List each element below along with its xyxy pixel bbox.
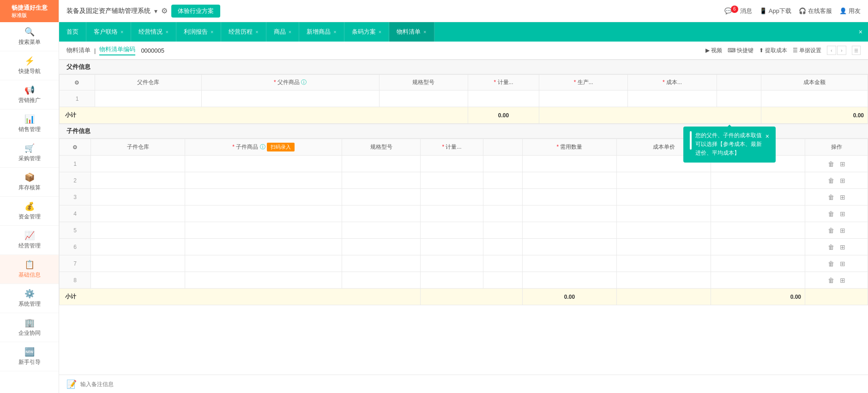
child-row-4-copy-btn[interactable]: ⊞ xyxy=(839,209,846,218)
child-row-2-product[interactable] xyxy=(185,172,342,189)
child-row-5-delete-btn[interactable]: 🗑 xyxy=(827,226,835,235)
tab-barcode-close[interactable]: × xyxy=(379,29,381,35)
child-row-6-more[interactable] xyxy=(483,239,523,255)
child-row-5-spec[interactable] xyxy=(342,222,421,239)
sidebar-item-marketing[interactable]: 📢 营销推广 xyxy=(0,80,59,109)
app-download-item[interactable]: 📱 App下载 xyxy=(760,7,791,15)
breadcrumb-item-2[interactable]: 物料清单编码 xyxy=(99,45,135,55)
child-row-2-copy-btn[interactable]: ⊞ xyxy=(839,176,846,185)
child-row-4-warehouse[interactable] xyxy=(91,206,185,222)
breadcrumb-item-1[interactable]: 物料清单 xyxy=(66,46,90,54)
parent-row-1-unit[interactable] xyxy=(468,91,539,107)
child-row-2-spec[interactable] xyxy=(342,172,421,189)
child-row-4-amount[interactable] xyxy=(711,206,805,222)
parent-row-1-amount[interactable] xyxy=(761,91,868,107)
parent-row-1-more[interactable] xyxy=(717,91,761,107)
child-row-3-more[interactable] xyxy=(483,189,523,206)
child-row-4-unitprice[interactable] xyxy=(617,206,711,222)
online-service-item[interactable]: 🎧 在线客服 xyxy=(799,7,832,15)
child-row-1-unit[interactable] xyxy=(421,156,483,172)
tab-add-product-close[interactable]: × xyxy=(333,29,336,35)
header-dropdown-icon[interactable]: ▾ xyxy=(154,7,157,15)
child-row-1-spec[interactable] xyxy=(342,156,421,172)
child-row-7-unitprice[interactable] xyxy=(617,255,711,272)
child-row-5-product[interactable] xyxy=(185,222,342,239)
child-row-8-more[interactable] xyxy=(483,272,523,289)
child-row-3-product[interactable] xyxy=(185,189,342,206)
child-row-4-qty[interactable] xyxy=(523,206,617,222)
child-row-6-spec[interactable] xyxy=(342,239,421,255)
tab-bom[interactable]: 物料清单 × xyxy=(389,22,434,42)
child-row-8-copy-btn[interactable]: ⊞ xyxy=(839,276,846,285)
parent-row-1-warehouse[interactable] xyxy=(95,91,201,107)
child-row-7-more[interactable] xyxy=(483,255,523,272)
tab-history-close[interactable]: × xyxy=(255,29,258,35)
child-row-2-unit[interactable] xyxy=(421,172,483,189)
tab-operation-status-close[interactable]: × xyxy=(165,29,168,35)
child-settings-gear-icon[interactable]: ⚙ xyxy=(72,144,78,151)
message-item[interactable]: 💬 6 消息 xyxy=(724,7,752,15)
child-row-7-spec[interactable] xyxy=(342,255,421,272)
child-row-3-delete-btn[interactable]: 🗑 xyxy=(827,193,835,202)
sidebar-item-purchase[interactable]: 🛒 采购管理 xyxy=(0,139,59,168)
child-row-4-delete-btn[interactable]: 🗑 xyxy=(827,209,835,218)
child-row-7-product[interactable] xyxy=(185,255,342,272)
scan-button[interactable]: 扫码录入 xyxy=(267,143,295,151)
child-row-6-unitprice[interactable] xyxy=(617,239,711,255)
user-item[interactable]: 👤 用友 xyxy=(839,7,861,15)
child-row-3-copy-btn[interactable]: ⊞ xyxy=(839,193,846,202)
child-row-5-warehouse[interactable] xyxy=(91,222,185,239)
child-row-1-product[interactable] xyxy=(185,156,342,172)
child-row-2-qty[interactable] xyxy=(523,172,617,189)
child-row-5-more[interactable] xyxy=(483,222,523,239)
tab-product-close[interactable]: × xyxy=(289,29,291,35)
tab-profit-close[interactable]: × xyxy=(211,29,213,35)
child-row-6-copy-btn[interactable]: ⊞ xyxy=(839,242,846,252)
tab-home[interactable]: 首页 xyxy=(59,22,86,42)
child-row-6-qty[interactable] xyxy=(523,239,617,255)
shortcut-action[interactable]: ⌨ 快捷键 xyxy=(728,47,753,54)
child-row-8-spec[interactable] xyxy=(342,272,421,289)
parent-row-1-produce[interactable] xyxy=(539,91,628,107)
tab-add-product[interactable]: 新增商品 × xyxy=(299,22,344,42)
child-row-1-qty[interactable] xyxy=(523,156,617,172)
view-action[interactable]: ▶ 视频 xyxy=(705,47,722,54)
child-row-7-delete-btn[interactable]: 🗑 xyxy=(827,259,835,268)
child-row-7-copy-btn[interactable]: ⊞ xyxy=(839,259,846,268)
tab-barcode[interactable]: 条码方案 × xyxy=(344,22,389,42)
tab-product[interactable]: 商品 × xyxy=(266,22,299,42)
expand-btn[interactable]: ☰ xyxy=(852,46,861,55)
child-row-1-more[interactable] xyxy=(483,156,523,172)
child-row-5-unitprice[interactable] xyxy=(617,222,711,239)
note-input[interactable] xyxy=(80,381,219,387)
extract-cost-action[interactable]: ⬆ 提取成本 xyxy=(759,47,787,54)
parent-row-1-cost[interactable] xyxy=(628,91,717,107)
sidebar-item-basic[interactable]: 📋 基础信息 xyxy=(0,255,59,284)
child-row-8-unit[interactable] xyxy=(421,272,483,289)
parent-row-1-product[interactable] xyxy=(201,91,379,107)
child-row-6-warehouse[interactable] xyxy=(91,239,185,255)
child-row-7-qty[interactable] xyxy=(523,255,617,272)
sidebar-item-operation[interactable]: 📈 经营管理 xyxy=(0,226,59,255)
child-row-4-spec[interactable] xyxy=(342,206,421,222)
child-row-7-amount[interactable] xyxy=(711,255,805,272)
child-row-3-unit[interactable] xyxy=(421,189,483,206)
tab-operation-history[interactable]: 经营历程 × xyxy=(221,22,266,42)
child-row-7-warehouse[interactable] xyxy=(91,255,185,272)
child-row-1-copy-btn[interactable]: ⊞ xyxy=(839,159,846,169)
sidebar-item-sales[interactable]: 📊 销售管理 xyxy=(0,109,59,139)
child-row-2-delete-btn[interactable]: 🗑 xyxy=(827,176,835,185)
child-row-8-amount[interactable] xyxy=(711,272,805,289)
child-row-3-warehouse[interactable] xyxy=(91,189,185,206)
child-row-6-amount[interactable] xyxy=(711,239,805,255)
child-row-2-warehouse[interactable] xyxy=(91,172,185,189)
sidebar-item-inventory[interactable]: 📦 库存核算 xyxy=(0,168,59,197)
child-row-1-warehouse[interactable] xyxy=(91,156,185,172)
child-row-5-qty[interactable] xyxy=(523,222,617,239)
child-row-3-spec[interactable] xyxy=(342,189,421,206)
close-all-button[interactable]: × xyxy=(853,28,868,36)
prev-arrow[interactable]: ‹ xyxy=(827,46,836,55)
tab-profit-report[interactable]: 利润报告 × xyxy=(176,22,221,42)
child-row-2-more[interactable] xyxy=(483,172,523,189)
child-row-8-product[interactable] xyxy=(185,272,342,289)
